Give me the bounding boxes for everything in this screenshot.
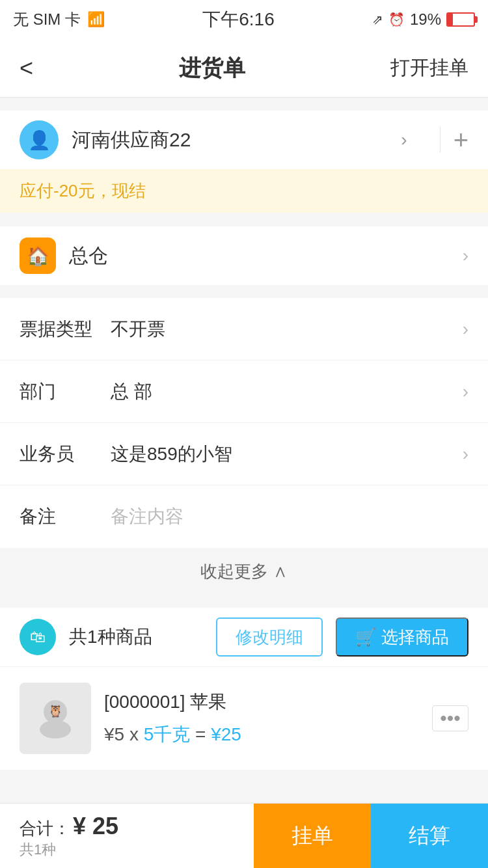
alarm-icon: ⏰ — [388, 12, 405, 27]
warehouse-icon-symbol: 🏠 — [27, 245, 49, 267]
product-more-button[interactable]: ••• — [432, 705, 468, 731]
wifi-icon: 📶 — [87, 11, 105, 28]
supplier-row[interactable]: 👤 河南供应商22 › + — [0, 111, 488, 169]
select-icon: 🛒 — [355, 627, 376, 647]
products-section: 🛍 共1种商品 修改明细 🛒 选择商品 🦉 [0000001] 苹果 ¥5 x … — [0, 608, 488, 770]
status-bar: 无 SIM 卡 📶 下午6:16 ⇗ ⏰ 19% — [0, 0, 488, 39]
invoice-row[interactable]: 票据类型 不开票 › — [0, 298, 488, 360]
salesperson-row[interactable]: 业务员 这是859的小智 › — [0, 423, 488, 485]
remark-value[interactable]: 备注内容 — [98, 504, 468, 529]
salesperson-value: 这是859的小智 — [98, 442, 463, 467]
salesperson-arrow-icon: › — [463, 444, 468, 465]
invoice-value: 不开票 — [98, 317, 463, 342]
battery-label: 19% — [410, 10, 441, 29]
department-row[interactable]: 部门 总 部 › — [0, 360, 488, 423]
svg-point-1 — [40, 720, 71, 739]
product-code: [0000001] — [104, 692, 190, 712]
remark-row[interactable]: 备注 备注内容 — [0, 485, 488, 548]
bag-icon: 🛍 — [30, 628, 46, 646]
product-title: 苹果 — [190, 692, 226, 712]
supplier-name: 河南供应商22 — [72, 127, 401, 154]
total-section: 合计： ¥ 25 共1种 — [0, 804, 254, 868]
warehouse-name: 总仓 — [69, 243, 463, 269]
quantity: 5千克 — [144, 724, 191, 744]
hang-button[interactable]: 挂单 — [254, 804, 371, 868]
carrier-label: 无 SIM 卡 — [13, 9, 81, 30]
product-name: [0000001] 苹果 — [104, 690, 419, 714]
total-amount: ¥ 25 — [73, 813, 118, 840]
status-bar-left: 无 SIM 卡 📶 — [13, 9, 105, 30]
svg-text:🦉: 🦉 — [48, 704, 63, 718]
supplier-divider — [440, 127, 441, 153]
supplier-arrow-icon: › — [401, 129, 407, 150]
avatar-icon: 👤 — [28, 129, 51, 151]
bottom-bar: 合计： ¥ 25 共1种 挂单 结算 — [0, 803, 488, 868]
top-divider — [0, 98, 488, 111]
checkout-button[interactable]: 结算 — [371, 804, 488, 868]
select-label: 选择商品 — [381, 626, 449, 649]
form-section: 票据类型 不开票 › 部门 总 部 › 业务员 这是859的小智 › 备注 备注… — [0, 298, 488, 548]
warehouse-arrow-icon: › — [463, 245, 468, 266]
total-count: 共1种 — [20, 840, 234, 860]
equals: = — [190, 724, 211, 744]
warehouse-row[interactable]: 🏠 总仓 › — [0, 226, 488, 285]
remark-label: 备注 — [20, 504, 98, 529]
page-title: 进货单 — [179, 53, 245, 83]
collapse-bar[interactable]: 收起更多 ∧ — [0, 548, 488, 595]
products-icon: 🛍 — [20, 619, 56, 655]
product-image-placeholder: 🦉 — [33, 696, 78, 741]
location-icon: ⇗ — [372, 12, 383, 27]
salesperson-label: 业务员 — [20, 442, 98, 467]
supplier-avatar: 👤 — [20, 120, 59, 159]
product-item: 🦉 [0000001] 苹果 ¥5 x 5千克 = ¥25 ••• — [0, 666, 488, 770]
warehouse-card: 🏠 总仓 › — [0, 226, 488, 285]
department-value: 总 部 — [98, 379, 463, 404]
nav-bar: < 进货单 打开挂单 — [0, 39, 488, 98]
product-price-row: ¥5 x 5千克 = ¥25 — [104, 722, 419, 747]
select-product-button[interactable]: 🛒 选择商品 — [336, 617, 468, 657]
open-pending-button[interactable]: 打开挂单 — [390, 55, 468, 81]
status-bar-right: ⇗ ⏰ 19% — [372, 10, 475, 29]
supplier-card: 👤 河南供应商22 › + 应付-20元，现结 — [0, 111, 488, 213]
add-button[interactable]: + — [454, 126, 468, 155]
payment-notice: 应付-20元，现结 — [0, 169, 488, 213]
invoice-arrow-icon: › — [463, 319, 468, 340]
invoice-label: 票据类型 — [20, 317, 98, 342]
product-thumbnail: 🦉 — [20, 683, 91, 754]
products-count: 共1种商品 — [69, 625, 203, 649]
unit-price: ¥5 x — [104, 724, 144, 744]
total-price: ¥25 — [211, 724, 241, 744]
modify-detail-button[interactable]: 修改明细 — [216, 617, 323, 657]
department-arrow-icon: › — [463, 381, 468, 402]
back-button[interactable]: < — [20, 55, 33, 82]
department-label: 部门 — [20, 379, 98, 404]
products-header: 🛍 共1种商品 修改明细 🛒 选择商品 — [0, 608, 488, 666]
status-bar-time: 下午6:16 — [202, 7, 275, 32]
battery-icon — [446, 12, 475, 27]
warehouse-icon: 🏠 — [20, 237, 56, 274]
total-label: 合计： — [20, 817, 70, 840]
product-info: [0000001] 苹果 ¥5 x 5千克 = ¥25 — [104, 690, 419, 747]
